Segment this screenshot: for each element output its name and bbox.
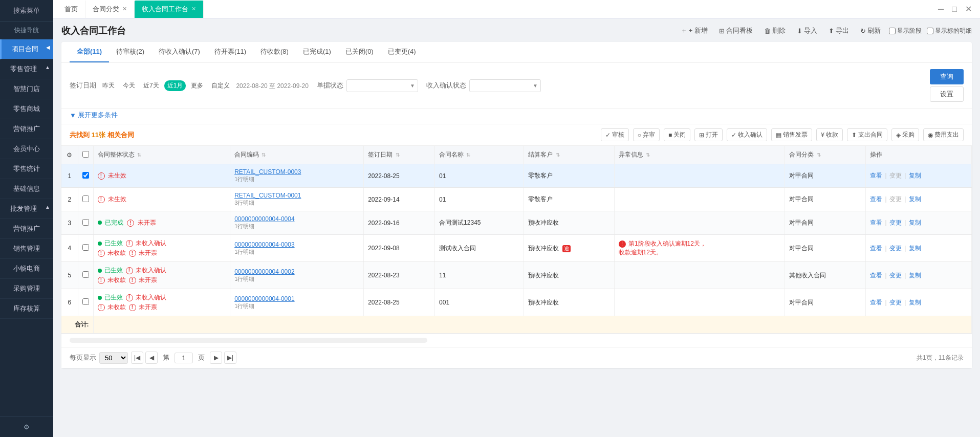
row5-view-btn[interactable]: 查看 <box>870 272 882 279</box>
tab-contract-category[interactable]: 合同分类 ✕ <box>85 1 135 18</box>
set-button[interactable]: 设置 <box>930 86 964 102</box>
toolbar-delete-btn[interactable]: 🗑 删除 <box>761 25 789 36</box>
row5-copy-btn[interactable]: 复制 <box>909 272 921 279</box>
tab-home[interactable]: 首页 <box>57 1 85 18</box>
sidebar-item-retail-mgmt[interactable]: 零售管理 ▲ <box>0 59 53 79</box>
window-minimize-btn[interactable]: ─ <box>934 5 948 14</box>
row2-check-input[interactable] <box>82 195 89 202</box>
show-label-input[interactable] <box>927 28 933 34</box>
tab-income-workbench-close[interactable]: ✕ <box>191 6 196 12</box>
action-income-confirm-btn[interactable]: ✓ 收入确认 <box>727 128 767 141</box>
date-shortcut-yesterday[interactable]: 昨天 <box>99 80 118 91</box>
action-expense-btn[interactable]: ◉ 费用支出 <box>923 128 964 141</box>
sidebar-item-marketing2[interactable]: 营销推广 <box>0 219 53 239</box>
page-next-btn[interactable]: ▶ <box>210 352 222 364</box>
row4-code-link[interactable]: 0000000000004-0003 <box>234 241 294 248</box>
sidebar-item-retail-stats[interactable]: 零售统计 <box>0 159 53 179</box>
row6-change-btn[interactable]: 变更 <box>889 299 902 306</box>
row6-code-link[interactable]: 0000000000004-0001 <box>234 295 294 302</box>
select-all-checkbox[interactable] <box>82 151 89 158</box>
toolbar-import-btn[interactable]: ⬇ 导入 <box>794 25 820 36</box>
row4-checkbox[interactable] <box>78 235 93 262</box>
action-print-btn[interactable]: ⊞ 打开 <box>694 128 723 141</box>
filter-doc-status-select[interactable] <box>346 79 418 92</box>
row3-change-btn[interactable]: 变更 <box>889 219 902 226</box>
sidebar-item-purchase[interactable]: 采购管理 <box>0 279 53 299</box>
toolbar-show-label-checkbox[interactable]: 显示标的明细 <box>927 27 972 35</box>
page-current-input[interactable] <box>175 353 193 363</box>
page-size-select[interactable]: 50 20 100 200 <box>99 352 128 364</box>
row1-view-btn[interactable]: 查看 <box>870 172 882 179</box>
action-review-btn[interactable]: ✓ 审核 <box>601 128 629 141</box>
col-sign-date-header[interactable]: 签订日期 ⇅ <box>364 146 435 164</box>
row3-code-link[interactable]: 0000000000004-0004 <box>234 215 294 223</box>
sidebar-item-member[interactable]: 会员中心 <box>0 139 53 159</box>
toolbar-export-btn[interactable]: ⬆ 导出 <box>825 25 852 36</box>
row3-check-input[interactable] <box>82 219 89 226</box>
row2-view-btn[interactable]: 查看 <box>870 195 882 203</box>
row2-copy-btn[interactable]: 复制 <box>909 195 921 203</box>
row2-code-link[interactable]: RETAIL_CUSTOM-0001 <box>234 192 301 199</box>
col-settle-customer-header[interactable]: 结算客户 ⇅ <box>524 146 614 164</box>
row1-code-link[interactable]: RETAIL_CUSTOM-0003 <box>234 168 301 176</box>
row2-checkbox[interactable] <box>78 188 93 211</box>
col-settings-header[interactable]: ⚙ <box>61 146 78 164</box>
col-overall-status-header[interactable]: 合同整体状态 ⇅ <box>93 146 230 164</box>
row3-copy-btn[interactable]: 复制 <box>909 219 921 226</box>
window-close-btn[interactable]: ✕ <box>961 4 976 14</box>
row6-copy-btn[interactable]: 复制 <box>909 299 921 306</box>
status-tab-pending-invoice[interactable]: 待开票(11) <box>207 42 253 62</box>
row1-change-btn[interactable]: 变更 <box>889 172 902 179</box>
row5-check-input[interactable] <box>82 271 89 278</box>
tab-contract-category-close[interactable]: ✕ <box>122 6 127 12</box>
row5-change-btn[interactable]: 变更 <box>889 272 902 279</box>
page-prev-btn[interactable]: ◀ <box>145 352 158 364</box>
sidebar-search[interactable]: 搜索菜单 <box>0 0 53 22</box>
action-payment-btn[interactable]: ¥ 收款 <box>816 128 843 141</box>
sidebar-item-wholesale[interactable]: 批发管理 ▲ <box>0 199 53 219</box>
row4-copy-btn[interactable]: 复制 <box>909 245 921 252</box>
show-stage-input[interactable] <box>889 28 896 34</box>
action-out-contract-btn[interactable]: ⬆ 支出合同 <box>847 128 887 141</box>
status-tab-pending-review[interactable]: 待审核(2) <box>109 42 151 62</box>
row5-code-link[interactable]: 0000000000004-0002 <box>234 268 294 275</box>
col-contract-code-header[interactable]: 合同编码 ⇅ <box>230 146 364 164</box>
date-shortcut-today[interactable]: 今天 <box>120 80 138 91</box>
row4-check-input[interactable] <box>82 244 89 251</box>
row3-checkbox[interactable] <box>78 211 93 235</box>
col-contract-category-header[interactable]: 合同分类 ⇅ <box>785 146 866 164</box>
action-abandon-btn[interactable]: ○ 弃审 <box>633 128 660 141</box>
horizontal-scrollbar[interactable] <box>70 338 427 343</box>
toolbar-show-stage-checkbox[interactable]: 显示阶段 <box>889 27 922 35</box>
sidebar-item-retail-commerce[interactable]: 零售商城 <box>0 99 53 119</box>
sidebar-item-smart-store[interactable]: 智慧门店 <box>0 79 53 99</box>
toolbar-kanban-btn[interactable]: ⊞ 合同看板 <box>716 25 756 36</box>
status-tab-pending-confirm[interactable]: 待收入确认(7) <box>151 42 207 62</box>
toolbar-refresh-btn[interactable]: ↻ 刷新 <box>857 25 884 36</box>
row4-change-btn[interactable]: 变更 <box>889 245 902 252</box>
sidebar-item-ecommerce[interactable]: 小畅电商 <box>0 259 53 279</box>
sidebar-item-marketing[interactable]: 营销推广 <box>0 119 53 139</box>
page-last-btn[interactable]: ▶| <box>224 352 236 364</box>
row6-check-input[interactable] <box>82 298 89 305</box>
filter-income-confirm-select[interactable] <box>469 79 541 92</box>
col-contract-name-header[interactable]: 合同名称 ⇅ <box>435 146 524 164</box>
status-tab-completed[interactable]: 已完成(1) <box>296 42 338 62</box>
status-tab-pending-payment[interactable]: 待收款(8) <box>253 42 296 62</box>
row2-change-btn[interactable]: 变更 <box>889 195 902 203</box>
sidebar-item-sales-mgmt[interactable]: 销售管理 <box>0 239 53 259</box>
sidebar-item-project[interactable]: 项目合同 ◀ <box>0 39 53 59</box>
toolbar-add-btn[interactable]: ＋ + 新增 <box>678 25 711 36</box>
date-shortcut-more[interactable]: 更多 <box>188 80 206 91</box>
tab-income-workbench[interactable]: 收入合同工作台 ✕ <box>135 1 204 18</box>
window-maximize-btn[interactable]: □ <box>948 5 961 14</box>
row3-view-btn[interactable]: 查看 <box>870 219 882 226</box>
action-purchase-btn[interactable]: ◈ 采购 <box>891 128 919 141</box>
row5-checkbox[interactable] <box>78 262 93 289</box>
sidebar-nav[interactable]: 快捷导航 <box>0 22 53 39</box>
sidebar-item-basic-info[interactable]: 基础信息 <box>0 179 53 199</box>
row4-view-btn[interactable]: 查看 <box>870 245 882 252</box>
date-shortcut-custom[interactable]: 自定义 <box>208 80 233 91</box>
action-close-btn[interactable]: ■ 关闭 <box>664 128 690 141</box>
status-tab-changed[interactable]: 已变更(4) <box>381 42 423 62</box>
